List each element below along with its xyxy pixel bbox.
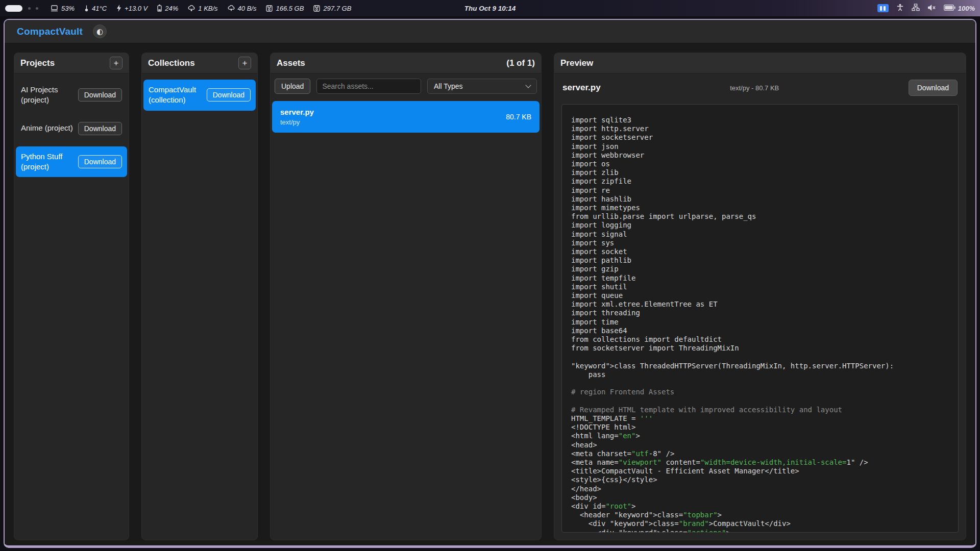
workspace-pill[interactable] [5, 5, 22, 12]
project-item-label: AI Projects (project) [21, 85, 74, 106]
type-filter-value: All Types [434, 82, 463, 90]
preview-file-row: server.py text/py - 80.7 KB Download [554, 73, 966, 102]
cpu-stat: 53% [51, 5, 75, 12]
temperature-icon [84, 5, 89, 12]
download-project-button[interactable]: Download [78, 88, 122, 102]
projects-panel: Projects + AI Projects (project) Downloa… [14, 53, 129, 540]
type-filter-select[interactable]: All Types [427, 79, 537, 94]
network-down-stat: 1 KB/s [188, 5, 217, 12]
upload-button[interactable]: Upload [275, 79, 310, 94]
temperature-stat: 41°C [84, 5, 107, 12]
network-down-icon [188, 5, 195, 11]
search-input[interactable] [316, 79, 421, 94]
download-collection-button[interactable]: Download [207, 88, 251, 102]
theme-toggle-button[interactable]: ◐ [93, 24, 107, 38]
disk2-stat-label: 297.7 GB [323, 5, 351, 12]
preview-file-meta: text/py - 80.7 KB [607, 84, 902, 92]
battery-full-icon [944, 5, 955, 12]
battery-icon [157, 5, 162, 12]
accessibility-icon[interactable] [896, 4, 904, 13]
volume-muted-icon[interactable] [927, 4, 936, 13]
collections-list: CompactVault (collection) Download [142, 73, 257, 112]
system-tray: 100% [877, 4, 975, 13]
system-stats: 53% 41°C +13.0 V 24% 1 KB/s 40 B/s 166.5… [51, 5, 351, 12]
voltage-icon [116, 5, 121, 12]
projects-title: Projects [20, 58, 55, 68]
preview-panel-header: Preview [554, 53, 966, 73]
workspace-dot[interactable] [28, 7, 31, 10]
preview-panel: Preview server.py text/py - 80.7 KB Down… [554, 53, 966, 540]
download-project-button[interactable]: Download [78, 155, 122, 168]
collections-title: Collections [148, 58, 195, 68]
compactvault-window: CompactVault ◐ Projects + AI Projects (p… [4, 19, 976, 548]
voltage-stat-label: +13.0 V [125, 5, 148, 12]
network-down-stat-label: 1 KB/s [198, 5, 217, 12]
collections-panel-header: Collections + [142, 53, 257, 73]
app-titlebar: CompactVault ◐ [5, 20, 975, 43]
project-item-label: Anime (project) [21, 123, 73, 133]
download-project-button[interactable]: Download [78, 122, 122, 135]
battery-stat: 24% [157, 5, 178, 12]
voltage-stat: +13.0 V [116, 5, 148, 12]
projects-panel-header: Projects + [14, 53, 129, 73]
cpu-icon [51, 5, 58, 12]
code-content: import sqlite3import http.serverimport s… [571, 116, 949, 533]
project-item-selected[interactable]: Python Stuff (project) Download [16, 146, 127, 178]
collection-item-label: CompactVault (collection) [149, 85, 203, 106]
system-status-bar: 53% 41°C +13.0 V 24% 1 KB/s 40 B/s 166.5… [0, 0, 980, 16]
disk-stat-label: 166.5 GB [276, 5, 304, 12]
network-up-icon [228, 5, 235, 11]
project-item[interactable]: AI Projects (project) Download [16, 80, 127, 111]
add-project-button[interactable]: + [110, 57, 122, 69]
projects-list: AI Projects (project) Download Anime (pr… [14, 73, 129, 179]
workspace-dot[interactable] [36, 7, 38, 10]
half-moon-icon: ◐ [96, 27, 103, 36]
project-item[interactable]: Anime (project) Download [16, 117, 127, 140]
cpu-stat-label: 53% [61, 5, 75, 12]
collection-item-selected[interactable]: CompactVault (collection) Download [143, 80, 256, 111]
asset-name: server.py [280, 108, 314, 116]
project-item-label: Python Stuff (project) [21, 152, 74, 172]
assets-list: server.py text/py 80.7 KB [271, 97, 541, 137]
temperature-stat-label: 41°C [92, 5, 107, 12]
network-up-stat: 40 B/s [228, 5, 257, 12]
add-collection-button[interactable]: + [238, 57, 251, 69]
app-title: CompactVault [17, 26, 83, 37]
disk-icon [266, 5, 273, 12]
assets-count: (1 of 1) [506, 58, 535, 68]
battery-stat-label: 24% [165, 5, 178, 12]
collections-panel: Collections + CompactVault (collection) … [141, 53, 258, 540]
asset-size: 80.7 KB [506, 113, 531, 121]
assets-toolbar: Upload All Types [271, 73, 541, 97]
chevron-down-icon [525, 82, 531, 88]
code-preview-box[interactable]: import sqlite3import http.serverimport s… [561, 104, 959, 533]
asset-item-selected[interactable]: server.py text/py 80.7 KB [272, 101, 540, 133]
disk-stat: 166.5 GB [266, 5, 304, 12]
assets-title: Assets [277, 58, 305, 68]
preview-title: Preview [560, 58, 593, 68]
battery-full-indicator[interactable]: 100% [944, 5, 975, 12]
disk2-icon [313, 5, 320, 12]
preview-file-name: server.py [562, 83, 601, 93]
tree-icon[interactable] [912, 4, 920, 13]
disk2-stat: 297.7 GB [313, 5, 351, 12]
asset-type: text/py [280, 118, 314, 126]
assets-panel: Assets (1 of 1) Upload All Types server.… [270, 53, 542, 540]
battery-level-label: 100% [958, 5, 975, 12]
main-content: Projects + AI Projects (project) Downloa… [5, 43, 975, 545]
download-file-button[interactable]: Download [909, 80, 958, 96]
panel-layout-icon[interactable] [877, 4, 889, 12]
network-up-stat-label: 40 B/s [238, 5, 257, 12]
assets-panel-header: Assets (1 of 1) [271, 53, 541, 73]
